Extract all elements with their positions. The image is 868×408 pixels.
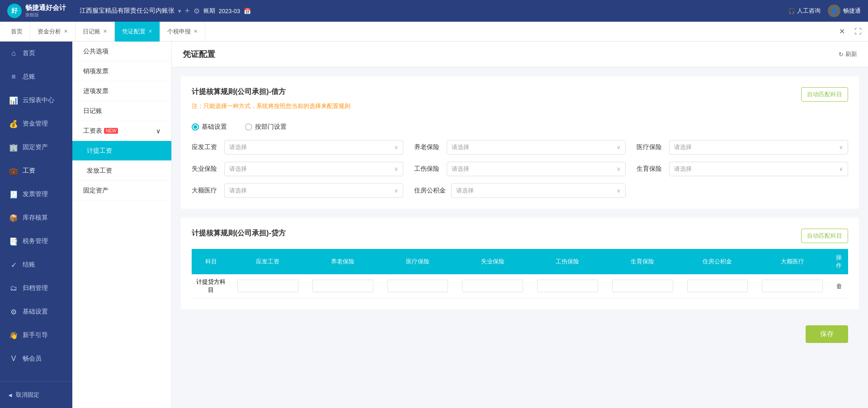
select-unemployment[interactable]: 请选择 ∨ [224, 162, 403, 176]
form-row-medical: 医疗保险 请选择 ∨ [637, 140, 848, 155]
th-large-medical: 大额医疗 [755, 249, 830, 274]
select-maternity-placeholder: 请选择 [674, 165, 692, 173]
refresh-button[interactable]: ↻ 刷新 [839, 50, 857, 58]
sidebar-label-capital: 资金管理 [23, 120, 48, 128]
form-row-work-injury: 工伤保险 请选择 ∨ [414, 162, 626, 176]
support-label: 人工咨询 [797, 7, 821, 15]
th-maternity: 生育保险 [605, 249, 680, 274]
nav-purchase-invoice[interactable]: 进项发票 [72, 81, 171, 101]
nav-sales-invoice[interactable]: 销项发票 [72, 61, 171, 81]
cancel-fixed-button[interactable]: ◄ 取消固定 [0, 387, 72, 403]
tab-voucher-config[interactable]: 凭证配置 ✕ [115, 22, 160, 42]
beginner-icon: 👋 [9, 331, 18, 340]
sidebar-item-settlement[interactable]: ✓ 结账 [0, 253, 72, 277]
calendar-icon[interactable]: 📅 [244, 8, 251, 14]
top-bar-center: 江西服宝精品有限责任公司内账张 ▾ + ⚙ 账期 2023-03 📅 [80, 6, 788, 16]
tab-voucher-close[interactable]: ✕ [148, 28, 152, 34]
th-salary: 应发工资 [231, 249, 306, 274]
page-header: 凭证配置 ↻ 刷新 [172, 42, 868, 67]
tab-tax-close[interactable]: ✕ [193, 28, 198, 34]
tab-journal-close[interactable]: ✕ [103, 28, 107, 34]
select-salary[interactable]: 请选择 ∨ [224, 140, 403, 155]
select-salary-arrow: ∨ [394, 144, 398, 150]
input-credit-salary[interactable] [237, 280, 298, 292]
select-work-injury-arrow: ∨ [617, 166, 621, 172]
input-credit-pension[interactable] [312, 280, 373, 292]
refresh-label: 刷新 [845, 50, 857, 58]
tab-journal[interactable]: 日记账 ✕ [75, 22, 115, 42]
headset-icon: 🎧 [788, 8, 795, 14]
sidebar-item-ledger[interactable]: ≡ 总账 [0, 65, 72, 89]
radio-basic[interactable]: 基础设置 [192, 123, 227, 131]
basic-icon: ⚙ [9, 308, 18, 316]
select-maternity[interactable]: 请选择 ∨ [669, 162, 848, 176]
sidebar-item-reports[interactable]: 📊 云报表中心 [0, 89, 72, 112]
select-medical-placeholder: 请选择 [674, 143, 692, 151]
select-large-medical[interactable]: 请选择 ∨ [224, 183, 403, 198]
debit-section: 计提核算规则(公司承担)-借方 注：只能选择一种方式，系统将按照您当前的选择来配… [181, 76, 859, 209]
nav-salary-pay[interactable]: 发放工资 [72, 161, 171, 181]
credit-auto-match-button[interactable]: 自动匹配科目 [801, 229, 848, 243]
nav-public[interactable]: 公共选项 [72, 42, 171, 61]
user-info[interactable]: 👤 畅捷通 [828, 5, 861, 17]
nav-journal-label: 日记账 [83, 107, 102, 115]
reports-icon: 📊 [9, 96, 18, 105]
save-button[interactable]: 保存 [806, 325, 848, 343]
radio-by-dept[interactable]: 按部门设置 [245, 123, 287, 131]
sidebar-item-capital[interactable]: 💰 资金管理 [0, 112, 72, 136]
tab-expand-button[interactable]: ⛶ [852, 25, 864, 38]
company-dropdown-icon[interactable]: ▾ [178, 8, 181, 14]
sidebar-item-inventory[interactable]: 📦 库存核算 [0, 206, 72, 230]
tab-capital[interactable]: 资金分析 ✕ [30, 22, 75, 42]
debit-auto-match-button[interactable]: 自动匹配科目 [801, 87, 848, 102]
inventory-icon: 📦 [9, 214, 18, 222]
nav-salary-accrual[interactable]: 计提工资 [72, 141, 171, 161]
sidebar-item-basic[interactable]: ⚙ 基础设置 [0, 300, 72, 324]
sidebar-label-fixed: 固定资产 [23, 143, 48, 151]
delete-row-button[interactable]: 🗑 [836, 282, 842, 290]
form-row-salary: 应发工资 请选择 ∨ [192, 140, 403, 155]
nav-salary-table-label: 工资表 [83, 127, 102, 135]
input-credit-large-medical[interactable] [762, 280, 823, 292]
select-pension-placeholder: 请选择 [452, 143, 469, 151]
nav-salary-table[interactable]: 工资表 NEW ∨ [72, 121, 171, 141]
nav-accrual-label: 计提工资 [87, 147, 112, 155]
sidebar-item-invoice[interactable]: 🧾 发票管理 [0, 183, 72, 206]
label-medical: 医疗保险 [637, 143, 664, 151]
sidebar-item-tax[interactable]: 📑 税务管理 [0, 230, 72, 253]
tab-close-all-button[interactable]: ✕ [835, 25, 848, 38]
tab-home-label: 首页 [11, 28, 23, 36]
tab-capital-close[interactable]: ✕ [64, 28, 68, 34]
sidebar-item-home[interactable]: ⌂ 首页 [0, 42, 72, 65]
select-pension[interactable]: 请选择 ∨ [447, 140, 626, 155]
credit-section: 计提核算规则(公司承担)-贷方 自动匹配科目 科目 应发工资 养老保险 医疗保险… [181, 218, 859, 309]
support-button[interactable]: 🎧 人工咨询 [788, 7, 821, 15]
input-credit-housing[interactable] [687, 280, 748, 292]
input-credit-unemployment[interactable] [462, 280, 523, 292]
settings-icon[interactable]: ⚙ [193, 7, 200, 15]
sidebar-item-archive[interactable]: 🗂 归档管理 [0, 277, 72, 300]
form-row-housing: 住房公积金 请选择 ∨ [414, 183, 626, 198]
input-credit-work-injury[interactable] [537, 280, 598, 292]
radio-basic-label: 基础设置 [202, 123, 227, 131]
select-medical[interactable]: 请选择 ∨ [669, 140, 848, 155]
nav-fixed-assets[interactable]: 固定资产 [72, 181, 171, 201]
sidebar-label-reports: 云报表中心 [23, 96, 54, 104]
nav-journal[interactable]: 日记账 [72, 101, 171, 121]
add-book-icon[interactable]: + [185, 6, 190, 16]
sidebar-item-beginner[interactable]: 👋 新手引导 [0, 324, 72, 347]
input-credit-medical[interactable] [387, 280, 448, 292]
select-salary-placeholder: 请选择 [229, 143, 247, 151]
tab-home[interactable]: 首页 [4, 22, 30, 42]
input-credit-maternity[interactable] [612, 280, 673, 292]
select-work-injury[interactable]: 请选择 ∨ [447, 162, 626, 176]
tab-tax[interactable]: 个税申报 ✕ [160, 22, 205, 42]
form-row-unemployment: 失业保险 请选择 ∨ [192, 162, 403, 176]
sidebar-item-salary[interactable]: 💼 工资 [0, 159, 72, 183]
select-housing[interactable]: 请选择 ∨ [451, 183, 626, 198]
sidebar-item-vip[interactable]: V 畅会员 [0, 347, 72, 370]
content-area: 公共选项 销项发票 进项发票 日记账 工资表 NEW ∨ [72, 42, 868, 408]
nav-sales-label: 销项发票 [83, 67, 108, 75]
sidebar-item-fixed[interactable]: 🏢 固定资产 [0, 136, 72, 159]
th-unemployment: 失业保险 [455, 249, 530, 274]
